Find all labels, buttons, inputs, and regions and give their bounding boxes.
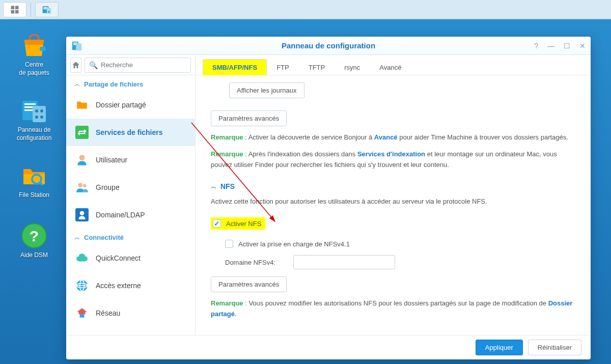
sidebar-item-label: Utilisateur bbox=[96, 156, 127, 164]
toolbar-left: 🔍 bbox=[66, 55, 196, 75]
home-button[interactable] bbox=[70, 58, 81, 73]
control-panel-window: Panneau de configuration ? — ☐ ✕ 🔍 SMB/A… bbox=[66, 37, 591, 359]
app-icon bbox=[71, 40, 82, 51]
desktop-icon-label: Centrede paquets bbox=[11, 61, 57, 77]
desktop-icon-label: Panneau deconfiguration bbox=[11, 126, 57, 142]
svg-rect-3 bbox=[15, 10, 19, 13]
desktop-icon-label: File Station bbox=[11, 191, 57, 200]
nfs-description: Activez cette fonction pour autoriser le… bbox=[211, 197, 575, 207]
chevron-up-icon: ︿ bbox=[74, 80, 80, 88]
link-advanced[interactable]: Avancé bbox=[374, 133, 398, 141]
checkbox-label: Activer la prise en charge de NFSv4.1 bbox=[238, 240, 350, 248]
link-indexing[interactable]: Services d'indexation bbox=[357, 150, 425, 158]
window-controls: ? — ☐ ✕ bbox=[534, 42, 586, 50]
help-button[interactable]: ? bbox=[534, 42, 538, 50]
domain-icon bbox=[75, 208, 89, 221]
minimize-button[interactable]: — bbox=[547, 42, 554, 50]
sidebar-item-label: QuickConnect bbox=[96, 254, 141, 262]
help-icon: ? bbox=[20, 222, 48, 249]
chevron-up-icon: ︿ bbox=[211, 183, 216, 190]
svg-rect-25 bbox=[73, 42, 77, 43]
nfsv4-domain-input[interactable] bbox=[293, 255, 395, 269]
search-input[interactable] bbox=[101, 61, 186, 69]
svg-rect-11 bbox=[24, 103, 36, 105]
tab-advanced[interactable]: Avancé bbox=[370, 59, 411, 75]
sidebar-section-connectivity[interactable]: ︿ Connectivité bbox=[66, 229, 195, 244]
svg-rect-14 bbox=[33, 106, 46, 122]
chevron-up-icon: ︿ bbox=[74, 234, 80, 241]
svg-point-17 bbox=[35, 116, 38, 119]
taskbar-main-menu-button[interactable] bbox=[3, 2, 26, 17]
taskbar-separator bbox=[31, 3, 31, 17]
enable-nfs-checkbox[interactable] bbox=[213, 219, 221, 228]
sidebar-section-file-sharing[interactable]: ︿ Partage de fichiers bbox=[66, 75, 195, 91]
note-label: Remarque bbox=[211, 299, 243, 307]
svg-text:?: ? bbox=[30, 228, 39, 244]
svg-rect-2 bbox=[11, 10, 15, 13]
svg-point-8 bbox=[48, 11, 50, 12]
tab-tftp[interactable]: TFTP bbox=[299, 59, 335, 75]
desktop-icon-package-center[interactable]: Centrede paquets bbox=[11, 32, 57, 77]
enable-nfsv41-checkbox[interactable] bbox=[225, 240, 233, 248]
sidebar-item-network[interactable]: Réseau bbox=[66, 299, 195, 327]
sidebar-item-group[interactable]: Groupe bbox=[66, 174, 195, 201]
svg-rect-28 bbox=[75, 126, 89, 139]
tab-smb-afp-nfs[interactable]: SMB/AFP/NFS bbox=[203, 59, 267, 75]
sidebar-item-shared-folder[interactable]: Dossier partagé bbox=[66, 91, 195, 119]
desktop-icon-file-station[interactable]: File Station bbox=[11, 162, 57, 200]
show-logs-button[interactable]: Afficher les journaux bbox=[229, 82, 304, 98]
sidebar-item-label: Dossier partagé bbox=[96, 101, 146, 109]
taskbar bbox=[0, 0, 611, 19]
svg-rect-27 bbox=[76, 43, 81, 50]
toolbar-row: 🔍 SMB/AFP/NFS FTP TFTP rsync Avancé bbox=[66, 55, 591, 75]
window-title: Panneau de configuration bbox=[66, 41, 591, 50]
svg-rect-38 bbox=[80, 314, 85, 318]
sidebar[interactable]: ︿ Partage de fichiers Dossier partagé Se… bbox=[66, 75, 196, 335]
desktop-icon-label: Aide DSM bbox=[11, 251, 57, 260]
sidebar-item-quickconnect[interactable]: QuickConnect bbox=[66, 244, 195, 272]
titlebar[interactable]: Panneau de configuration ? — ☐ ✕ bbox=[66, 37, 591, 55]
enable-nfsv41-row: Activer la prise en charge de NFSv4.1 bbox=[225, 238, 575, 250]
exchange-icon bbox=[75, 126, 89, 139]
checkbox-label: Activer NFS bbox=[226, 220, 261, 228]
sidebar-item-file-services[interactable]: Services de fichiers bbox=[66, 119, 195, 146]
taskbar-control-panel-button[interactable] bbox=[35, 2, 59, 17]
section-label: Partage de fichiers bbox=[84, 80, 143, 88]
nfsv4-domain-label: Domaine NFSv4: bbox=[225, 259, 286, 266]
close-button[interactable]: ✕ bbox=[579, 42, 586, 50]
desktop-icon-help[interactable]: ? Aide DSM bbox=[11, 222, 57, 260]
tab-ftp[interactable]: FTP bbox=[267, 59, 299, 75]
tabs: SMB/AFP/NFS FTP TFTP rsync Avancé bbox=[196, 55, 591, 75]
tab-rsync[interactable]: rsync bbox=[335, 59, 370, 75]
nfs-section-header[interactable]: ︿ NFS bbox=[211, 182, 575, 190]
sidebar-item-label: Groupe bbox=[96, 183, 120, 191]
sidebar-item-dhcp-server[interactable]: Serveur DHCP bbox=[66, 327, 195, 335]
body-row: ︿ Partage de fichiers Dossier partagé Se… bbox=[66, 75, 591, 335]
svg-point-31 bbox=[83, 184, 87, 188]
search-icon: 🔍 bbox=[89, 61, 98, 69]
note-2: Remarque : Après l'indexation des dossie… bbox=[211, 149, 575, 171]
advanced-settings-button-2[interactable]: Paramètres avancés bbox=[211, 276, 287, 292]
sidebar-item-domain-ldap[interactable]: Domaine/LDAP bbox=[66, 201, 195, 229]
sidebar-item-external-access[interactable]: Accès externe bbox=[66, 272, 195, 299]
search-field[interactable]: 🔍 bbox=[85, 58, 191, 73]
maximize-button[interactable]: ☐ bbox=[564, 42, 570, 50]
note-label: Remarque bbox=[211, 133, 243, 141]
apply-button[interactable]: Appliquer bbox=[476, 340, 523, 355]
bag-icon bbox=[20, 32, 48, 59]
svg-rect-1 bbox=[15, 6, 19, 9]
desktop-icon-control-panel[interactable]: Panneau deconfiguration bbox=[11, 97, 57, 142]
note-3: Remarque : Vous pouvez modifier les auto… bbox=[211, 298, 575, 320]
sidebar-item-user[interactable]: Utilisateur bbox=[66, 146, 195, 174]
svg-point-30 bbox=[78, 183, 82, 187]
advanced-settings-button-1[interactable]: Paramètres avancés bbox=[211, 110, 287, 126]
content-pane[interactable]: Afficher les journaux Paramètres avancés… bbox=[196, 75, 591, 335]
reset-button[interactable]: Réinitialiser bbox=[528, 340, 581, 355]
svg-rect-9 bbox=[40, 47, 46, 51]
footer: Appliquer Réinitialiser bbox=[66, 335, 591, 359]
note-label: Remarque bbox=[211, 150, 243, 158]
control-panel-icon bbox=[20, 97, 48, 124]
sidebar-item-label: Services de fichiers bbox=[96, 128, 163, 136]
globe-icon bbox=[75, 279, 89, 292]
svg-point-16 bbox=[40, 109, 43, 113]
